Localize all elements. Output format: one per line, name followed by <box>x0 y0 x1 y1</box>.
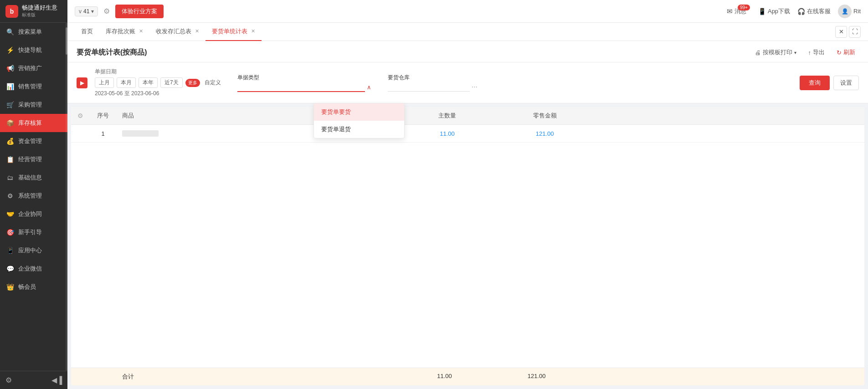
row-num: 1 <box>89 125 117 142</box>
sidebar-item-wechat[interactable]: 💬 企业微信 <box>0 260 67 278</box>
app-download-label: App下载 <box>768 7 790 15</box>
dropdown-item-order-goods[interactable]: 要货单要货 <box>314 103 404 121</box>
collapse-icon[interactable]: ◀▐ <box>51 376 62 384</box>
filter-date-group: 单据日期 上月 本月 本年 近7天 更多 自定义 2023-05-06 至 20… <box>95 68 221 97</box>
sidebar-item-marketing[interactable]: 📢 营销推广 <box>0 59 67 77</box>
settings-btn[interactable]: 设置 <box>833 76 859 90</box>
top-header: v 41 ▾ ⚙ 体验行业方案 ✉ 消息 99+ 📱 App下载 🎧 在线客服 <box>67 0 868 23</box>
product-placeholder <box>122 130 159 137</box>
query-btn[interactable]: 查询 <box>800 76 830 90</box>
header-right: ✉ 消息 99+ 📱 App下载 🎧 在线客服 👤 Rit <box>727 5 861 18</box>
tab-inventory-batch[interactable]: 库存批次账 ✕ <box>99 23 149 41</box>
sidebar-item-system[interactable]: ⚙ 系统管理 <box>0 187 67 205</box>
btn-this-month[interactable]: 本月 <box>117 77 136 88</box>
search-icon: 🔍 <box>5 27 15 36</box>
footer-amount: 121.00 <box>491 373 583 381</box>
date-more-badge[interactable]: 更多 <box>185 79 200 87</box>
row-amount[interactable]: 121.00 <box>496 125 594 142</box>
warehouse-more-btn[interactable]: ··· <box>472 83 478 91</box>
chevron-down-icon: ▾ <box>91 8 94 15</box>
refresh-icon: ↻ <box>837 49 842 56</box>
version-selector[interactable]: v 41 ▾ <box>75 6 98 16</box>
messages-btn[interactable]: ✉ 消息 99+ <box>727 7 746 15</box>
tab-receive-summary[interactable]: 收发存汇总表 ✕ <box>149 23 205 41</box>
sidebar-item-label: 经营管理 <box>18 155 42 164</box>
print-icon: 🖨 <box>755 49 761 56</box>
btn-last-7days[interactable]: 近7天 <box>160 77 183 88</box>
filter-expand-btn[interactable]: ▶ <box>77 77 87 88</box>
tab-home[interactable]: 首页 <box>75 23 99 41</box>
sidebar-item-label: 快捷导航 <box>18 46 42 54</box>
version-number: 41 <box>83 8 89 15</box>
sidebar-item-sales[interactable]: 📊 销售管理 <box>0 77 67 96</box>
tabs-expand-btn[interactable]: ⛶ <box>849 26 861 38</box>
type-input[interactable] <box>237 82 365 92</box>
messages-badge: 99+ <box>738 5 750 10</box>
sidebar-item-operations[interactable]: 📋 经营管理 <box>0 150 67 169</box>
settings-icon[interactable]: ⚙ <box>5 376 12 384</box>
sidebar-item-app-center[interactable]: 📱 应用中心 <box>0 241 67 260</box>
sidebar-item-label: 基础信息 <box>18 174 42 182</box>
version-label: v <box>79 8 82 15</box>
sidebar-item-finance[interactable]: 💰 资金管理 <box>0 132 67 150</box>
refresh-label: 刷新 <box>843 48 855 56</box>
custom-date-label[interactable]: 自定义 <box>205 79 221 87</box>
tabs-bar: 首页 库存批次账 ✕ 收发存汇总表 ✕ 要货单统计表 ✕ ✕ ⛶ <box>67 23 868 41</box>
tabs-close-all-btn[interactable]: ✕ <box>835 26 847 38</box>
sidebar-item-label: 企业协同 <box>18 210 42 218</box>
qty-link[interactable]: 11.00 <box>440 130 455 137</box>
table-header: ⚙ 序号 商品 主计量单位 主数量 零售金额 <box>71 107 864 125</box>
sidebar-item-enterprise[interactable]: 🤝 企业协同 <box>0 205 67 223</box>
print-btn[interactable]: 🖨 按模板打印 ▾ <box>751 46 800 58</box>
row-qty[interactable]: 11.00 <box>398 125 496 142</box>
col-settings-header[interactable]: ⚙ <box>71 107 89 124</box>
avatar: 👤 <box>838 5 852 18</box>
btn-this-year[interactable]: 本年 <box>139 77 158 88</box>
type-dropdown: 要货单要货 要货单退货 <box>313 103 405 138</box>
warehouse-label: 要货仓库 <box>388 74 478 82</box>
warehouse-input[interactable] <box>388 82 470 92</box>
type-select[interactable]: ∧ <box>237 82 371 92</box>
export-label: 导出 <box>813 48 825 56</box>
industry-btn[interactable]: 体验行业方案 <box>115 5 164 18</box>
dropdown-item-order-return[interactable]: 要货单退货 <box>314 121 404 138</box>
amount-link[interactable]: 121.00 <box>536 130 554 137</box>
btn-last-month[interactable]: 上月 <box>95 77 114 88</box>
logo-name: 畅捷通好生意 <box>22 4 57 12</box>
user-profile-btn[interactable]: 👤 Rit <box>838 5 861 18</box>
basics-icon: 🗂 <box>5 173 15 182</box>
sidebar-item-guide[interactable]: 🎯 新手引导 <box>0 223 67 241</box>
table-empty-space <box>71 143 864 368</box>
sidebar-item-inventory[interactable]: 📦 库存核算 <box>0 114 67 132</box>
sidebar-item-basics[interactable]: 🗂 基础信息 <box>0 169 67 187</box>
gear-settings-icon[interactable]: ⚙ <box>103 7 110 15</box>
sidebar-nav: 🔍 搜索菜单 ⚡ 快捷导航 📢 营销推广 📊 销售管理 🛒 采购管理 📦 库存核… <box>0 23 67 371</box>
app-download-btn[interactable]: 📱 App下载 <box>758 7 790 15</box>
refresh-btn[interactable]: ↻ 刷新 <box>833 46 859 58</box>
sidebar-item-quick-nav[interactable]: ⚡ 快捷导航 <box>0 41 67 59</box>
type-select-arrow[interactable]: ∧ <box>367 84 371 91</box>
tabs-end-buttons: ✕ ⛶ <box>835 26 861 38</box>
sidebar-item-purchase[interactable]: 🛒 采购管理 <box>0 96 67 114</box>
print-label: 按模板打印 <box>763 48 792 56</box>
sidebar-item-search[interactable]: 🔍 搜索菜单 <box>0 23 67 41</box>
sidebar: b 畅捷通好生意 标准版 🔍 搜索菜单 ⚡ 快捷导航 📢 营销推广 📊 销售管理… <box>0 0 67 389</box>
customer-service-btn[interactable]: 🎧 在线客服 <box>797 7 831 15</box>
col-rest-header <box>594 107 864 124</box>
col-product-header: 商品 <box>117 107 301 124</box>
sidebar-item-membership[interactable]: 👑 畅会员 <box>0 278 67 296</box>
header-left: v 41 ▾ ⚙ 体验行业方案 <box>75 5 164 18</box>
tab-close-inventory[interactable]: ✕ <box>139 28 143 34</box>
marketing-icon: 📢 <box>5 64 15 73</box>
enterprise-icon: 🤝 <box>5 210 15 219</box>
membership-icon: 👑 <box>5 282 15 292</box>
export-btn[interactable]: ↑ 导出 <box>805 46 829 58</box>
sidebar-item-label: 采购管理 <box>18 101 42 109</box>
table-settings-icon[interactable]: ⚙ <box>77 112 83 119</box>
operations-icon: 📋 <box>5 155 15 164</box>
row-rest <box>594 125 864 142</box>
tab-close-order[interactable]: ✕ <box>251 28 255 34</box>
tab-order-stats[interactable]: 要货单统计表 ✕ <box>205 23 262 41</box>
tab-close-receive[interactable]: ✕ <box>195 28 199 34</box>
tab-home-label: 首页 <box>81 27 93 36</box>
